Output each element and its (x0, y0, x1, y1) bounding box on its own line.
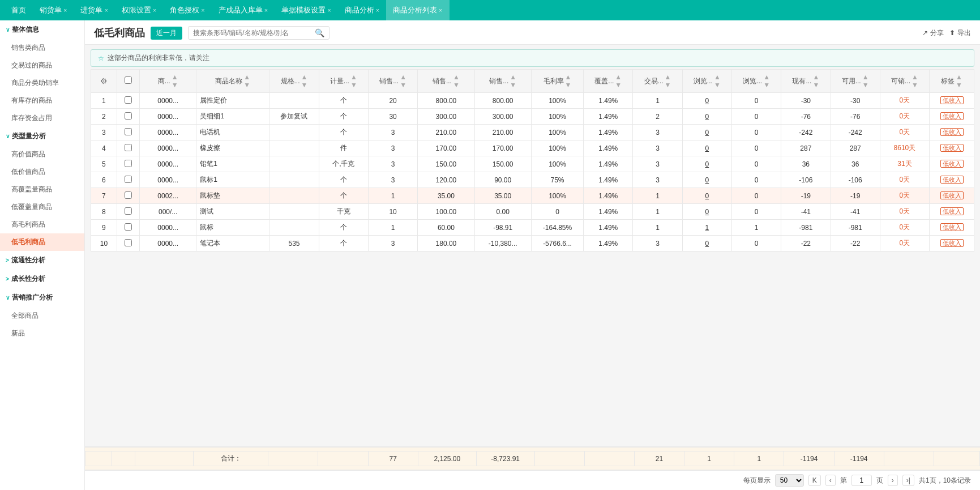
browse1-link[interactable]: 1 (705, 224, 709, 232)
row-checkbox[interactable] (125, 112, 132, 120)
date-filter-button[interactable]: 近一月 (151, 27, 182, 40)
sidebar-item-商品分类助销率[interactable]: 商品分类助销率 (0, 74, 84, 92)
sort-arrows-browse1[interactable]: ▲▼ (714, 73, 721, 89)
browse1-link[interactable]: 0 (705, 160, 709, 168)
share-button[interactable]: ↗ 分享 (922, 28, 944, 38)
col-header-coverage[interactable]: 覆盖...▲▼ (584, 70, 633, 93)
browse1-link[interactable]: 0 (705, 176, 709, 184)
sort-arrows-tag[interactable]: ▲▼ (956, 73, 962, 89)
row-checkbox[interactable] (125, 207, 132, 215)
nav-item-进货单[interactable]: 进货单 × (74, 0, 114, 20)
browse1-link[interactable]: 0 (705, 192, 709, 200)
prev-page-button[interactable]: ‹ (825, 475, 836, 486)
sidebar-section-流通性分析[interactable]: >流通性分析 (0, 251, 84, 270)
sidebar-item-交易过的商品[interactable]: 交易过的商品 (0, 57, 84, 74)
nav-close-icon[interactable]: × (439, 7, 442, 14)
sidebar-section-类型量分析[interactable]: ∨类型量分析 (0, 127, 84, 146)
sidebar-item-有库存的商品[interactable]: 有库存的商品 (0, 92, 84, 109)
nav-item-商品分析[interactable]: 商品分析 × (338, 0, 386, 20)
nav-item-产成品入库单[interactable]: 产成品入库单 × (212, 0, 275, 20)
col-header-checkbox[interactable] (117, 70, 139, 93)
browse1-link[interactable]: 0 (705, 144, 709, 152)
settings-icon[interactable]: ⚙ (100, 76, 108, 86)
row-checkbox[interactable] (125, 176, 132, 183)
sort-arrows-sales_qty[interactable]: ▲▼ (400, 73, 406, 89)
sidebar-item-低价值商品[interactable]: 低价值商品 (0, 163, 84, 181)
nav-item-权限设置[interactable]: 权限设置 × (115, 0, 163, 20)
sort-arrows-unit[interactable]: ▲▼ (350, 73, 357, 89)
select-all-checkbox[interactable] (125, 76, 132, 84)
nav-close-icon[interactable]: × (201, 7, 204, 14)
sidebar-item-高毛利商品[interactable]: 高毛利商品 (0, 216, 84, 233)
sort-arrows-name[interactable]: ▲▼ (243, 73, 250, 89)
sort-arrows-sales_price[interactable]: ▲▼ (453, 73, 460, 89)
col-header-saleable[interactable]: 可销...▲▼ (880, 70, 929, 93)
row-checkbox[interactable] (125, 128, 132, 135)
sidebar-section-营销推广分析[interactable]: ∨营销推广分析 (0, 288, 84, 307)
col-header-gross_margin[interactable]: 毛利率▲▼ (531, 70, 583, 93)
sidebar-item-低毛利商品[interactable]: 低毛利商品 (0, 233, 84, 251)
search-input[interactable] (193, 29, 315, 37)
nav-close-icon[interactable]: × (63, 7, 67, 14)
browse1-link[interactable]: 0 (705, 240, 709, 248)
col-header-unit[interactable]: 计量...▲▼ (319, 70, 368, 93)
per-page-select[interactable]: 50 100 200 (775, 474, 804, 487)
sort-arrows-saleable[interactable]: ▲▼ (911, 73, 918, 89)
first-page-button[interactable]: K (808, 475, 821, 486)
col-header-spec[interactable]: 规格...▲▼ (269, 70, 319, 93)
row-checkbox[interactable] (125, 144, 132, 151)
row-checkbox[interactable] (125, 239, 132, 246)
nav-item-销货单[interactable]: 销货单 × (33, 0, 74, 20)
col-header-available[interactable]: 可用...▲▼ (831, 70, 880, 93)
col-header-sales_qty[interactable]: 销售...▲▼ (368, 70, 417, 93)
sort-arrows-code[interactable]: ▲▼ (172, 73, 178, 89)
nav-item-角色授权[interactable]: 角色授权 × (163, 0, 211, 20)
sort-arrows-spec[interactable]: ▲▼ (301, 73, 308, 89)
sidebar-item-销售类商品[interactable]: 销售类商品 (0, 39, 84, 57)
col-header-name[interactable]: 商品名称▲▼ (196, 70, 269, 93)
row-checkbox[interactable] (125, 223, 132, 231)
col-header-sales_amount[interactable]: 销售...▲▼ (474, 70, 531, 93)
col-header-sales_price[interactable]: 销售...▲▼ (418, 70, 474, 93)
sort-arrows-transaction[interactable]: ▲▼ (665, 73, 671, 89)
sidebar-item-高覆盖量商品[interactable]: 高覆盖量商品 (0, 181, 84, 198)
sort-arrows-sales_amount[interactable]: ▲▼ (510, 73, 516, 89)
browse1-link[interactable]: 0 (705, 208, 709, 216)
sidebar-item-库存资金占用[interactable]: 库存资金占用 (0, 109, 84, 127)
sidebar-item-新品[interactable]: 新品 (0, 325, 84, 342)
browse1-link[interactable]: 0 (705, 113, 709, 121)
browse1-link[interactable]: 0 (705, 129, 709, 137)
col-header-browse2[interactable]: 浏览...▲▼ (731, 70, 781, 93)
col-header-current_stock[interactable]: 现有...▲▼ (781, 70, 831, 93)
browse1-link[interactable]: 0 (705, 97, 709, 105)
nav-close-icon[interactable]: × (376, 7, 379, 14)
col-header-tag[interactable]: 标签▲▼ (930, 70, 974, 93)
nav-close-icon[interactable]: × (264, 7, 268, 14)
nav-close-icon[interactable]: × (327, 7, 331, 14)
col-header-code[interactable]: 商...▲▼ (139, 70, 196, 93)
sidebar-section-成长性分析[interactable]: >成长性分析 (0, 270, 84, 288)
nav-item-商品分析列表[interactable]: 商品分析列表 × (386, 0, 449, 20)
nav-item-首页[interactable]: 首页 (5, 0, 33, 20)
col-header-transaction[interactable]: 交易...▲▼ (633, 70, 682, 93)
next-page-button[interactable]: › (888, 475, 898, 486)
col-header-settings[interactable]: ⚙ (91, 70, 117, 93)
nav-close-icon[interactable]: × (104, 7, 108, 14)
row-checkbox[interactable] (125, 96, 132, 104)
sidebar-section-整体信息[interactable]: ∨整体信息 (0, 20, 84, 39)
sidebar-item-全部商品[interactable]: 全部商品 (0, 307, 84, 325)
last-page-button[interactable]: ›| (902, 475, 914, 486)
sort-arrows-gross_margin[interactable]: ▲▼ (565, 73, 572, 89)
page-input[interactable] (851, 475, 872, 486)
row-checkbox[interactable] (125, 160, 132, 167)
sidebar-item-低覆盖量商品[interactable]: 低覆盖量商品 (0, 198, 84, 216)
sort-arrows-current_stock[interactable]: ▲▼ (812, 73, 819, 89)
export-button[interactable]: ⬆ 导出 (949, 28, 971, 38)
sort-arrows-coverage[interactable]: ▲▼ (615, 73, 622, 89)
sort-arrows-browse2[interactable]: ▲▼ (763, 73, 770, 89)
row-checkbox[interactable] (125, 191, 132, 199)
col-header-browse1[interactable]: 浏览...▲▼ (682, 70, 731, 93)
search-icon[interactable]: 🔍 (315, 28, 324, 37)
nav-close-icon[interactable]: × (153, 7, 156, 14)
sidebar-item-高价值商品[interactable]: 高价值商品 (0, 146, 84, 163)
